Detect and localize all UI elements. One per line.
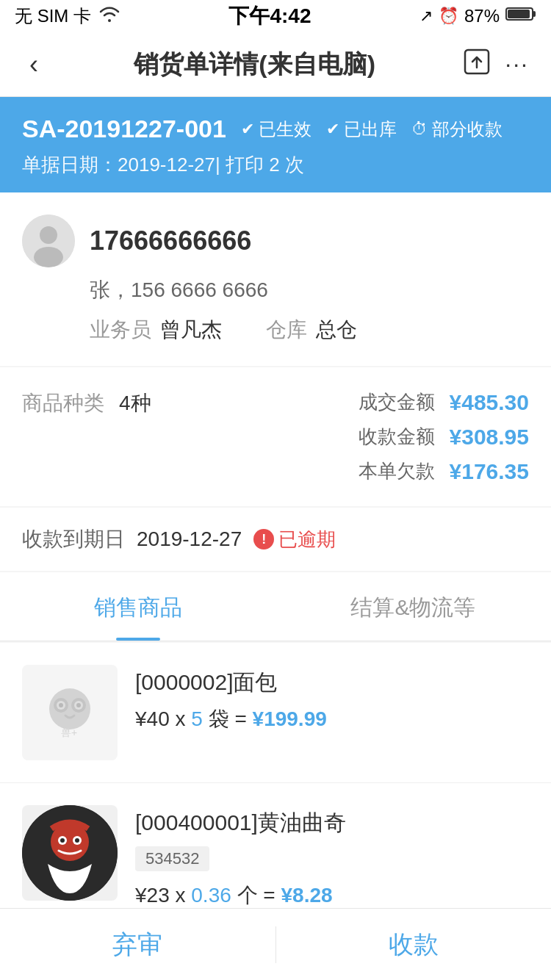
date-label: 单据日期： (22, 154, 118, 176)
header-date: 单据日期：2019-12-27| 打印 2 次 (22, 152, 529, 178)
price-equals-2: = (263, 884, 281, 907)
badge-activated: ✔ 已生效 (241, 118, 311, 141)
price-total: ¥199.99 (253, 707, 327, 730)
svg-rect-2 (508, 10, 530, 18)
due-label: 收款到期日 (22, 525, 125, 553)
payment-amount-row: 收款金额 ¥308.95 (359, 424, 529, 450)
price-qty: 5 (191, 707, 203, 730)
customer-id: 17666666666 (90, 226, 251, 256)
print-info: | 打印 2 次 (215, 154, 304, 176)
product-price-2: ¥23 x 0.36 个 = ¥8.28 (135, 882, 529, 909)
product-list: 兽+ [0000002]面包 ¥40 x 5 袋 = ¥199.99 (0, 643, 551, 932)
status-time: 下午4:42 (228, 2, 311, 30)
product-type-value: 4种 (119, 389, 151, 417)
price-base: ¥40 (135, 707, 170, 730)
warehouse-value: 总仓 (316, 316, 357, 344)
product-sku: 534532 (135, 846, 209, 871)
deal-amount-row: 成交金额 ¥485.30 (359, 389, 529, 415)
tabs: 销售商品 结算&物流等 (0, 572, 551, 641)
overdue-dot-icon: ! (253, 529, 274, 550)
cancel-audit-button[interactable]: 弃审 (0, 928, 276, 962)
list-item: 兽+ [0000002]面包 ¥40 x 5 袋 = ¥199.99 (0, 643, 551, 783)
warehouse-meta: 仓库 总仓 (266, 316, 357, 344)
svg-rect-1 (533, 11, 536, 17)
sales-value: 曾凡杰 (160, 316, 222, 344)
warehouse-label: 仓库 (266, 316, 307, 344)
product-info-2: [000400001]黄油曲奇 534532 ¥23 x 0.36 个 = ¥8… (135, 805, 529, 909)
product-thumbnail: 兽+ (22, 665, 118, 760)
product-image-ninja (22, 805, 118, 901)
customer-meta: 业务员 曾凡杰 仓库 总仓 (90, 316, 529, 344)
battery-icon (505, 6, 536, 26)
share-button[interactable] (464, 48, 490, 81)
product-info: [0000002]面包 ¥40 x 5 袋 = ¥199.99 (135, 665, 529, 733)
carrier-text: 无 SIM 卡 (15, 4, 91, 28)
svg-text:兽+: 兽+ (61, 727, 77, 738)
status-bar: 无 SIM 卡 下午4:42 ↗ ⏰ 87% (0, 0, 551, 32)
price-unit-2: 个 (237, 884, 258, 907)
more-button[interactable]: ··· (505, 51, 529, 78)
wifi-icon (98, 6, 120, 26)
deal-amount-value: ¥485.30 (450, 390, 529, 415)
bottom-bar: 弃审 收款 (0, 908, 551, 980)
status-right: ↗ ⏰ 87% (419, 6, 536, 26)
check-icon: ✔ (241, 120, 254, 139)
location-icon: ↗ (419, 7, 433, 26)
product-price: ¥40 x 5 袋 = ¥199.99 (135, 705, 529, 733)
summary-grid: 商品种类 4种 成交金额 ¥485.30 收款金额 ¥308.95 本单欠款 ¥… (22, 389, 529, 484)
battery-text: 87% (464, 6, 500, 26)
price-unit: 袋 (209, 707, 229, 730)
tab-products[interactable]: 销售商品 (0, 572, 276, 641)
clock-icon: ⏱ (411, 120, 428, 139)
product-name: [0000002]面包 (135, 668, 529, 698)
status-left: 无 SIM 卡 (15, 4, 120, 28)
payment-button[interactable]: 收款 (276, 928, 552, 962)
svg-point-20 (60, 838, 65, 843)
payment-amount-value: ¥308.95 (450, 425, 529, 450)
deal-amount-label: 成交金额 (359, 389, 435, 415)
product-type-item: 商品种类 4种 (22, 389, 151, 417)
customer-contact: 张，156 6666 6666 (90, 276, 529, 304)
customer-row: 17666666666 (22, 215, 529, 267)
avatar (22, 215, 75, 267)
tab-settlement[interactable]: 结算&物流等 (276, 572, 551, 641)
due-section: 收款到期日 2019-12-27 ! 已逾期 (0, 508, 551, 571)
badge-shipped: ✔ 已出库 (326, 118, 397, 141)
nav-actions: ··· (464, 48, 529, 81)
order-id: SA-20191227-001 (22, 115, 226, 143)
date-value: 2019-12-27 (118, 154, 215, 176)
svg-point-21 (75, 838, 79, 843)
svg-point-7 (34, 247, 63, 267)
svg-point-6 (40, 226, 57, 244)
header-banner: SA-20191227-001 ✔ 已生效 ✔ 已出库 ⏱ 部分收款 单据日期：… (0, 97, 551, 192)
overdue-badge: ! 已逾期 (253, 527, 336, 552)
sales-label: 业务员 (90, 316, 151, 344)
sales-meta: 业务员 曾凡杰 (90, 316, 222, 344)
check-icon-2: ✔ (326, 120, 339, 139)
order-id-row: SA-20191227-001 ✔ 已生效 ✔ 已出库 ⏱ 部分收款 (22, 115, 529, 143)
price-multiplier: x (176, 707, 192, 730)
summary-left: 商品种类 4种 (22, 389, 151, 417)
svg-point-13 (59, 703, 63, 707)
alarm-icon: ⏰ (439, 7, 458, 26)
payment-amount-label: 收款金额 (359, 424, 435, 450)
svg-point-14 (76, 703, 81, 707)
price-equals: = (234, 707, 252, 730)
overdue-text: 已逾期 (278, 527, 336, 552)
summary-section: 商品种类 4种 成交金额 ¥485.30 收款金额 ¥308.95 本单欠款 ¥… (0, 367, 551, 506)
summary-right: 成交金额 ¥485.30 收款金额 ¥308.95 本单欠款 ¥176.35 (359, 389, 529, 484)
back-button[interactable]: ‹ (22, 42, 46, 87)
debt-amount-row: 本单欠款 ¥176.35 (359, 458, 529, 484)
debt-amount-value: ¥176.35 (450, 459, 529, 484)
badge-partial: ⏱ 部分收款 (411, 118, 503, 141)
product-name-2: [000400001]黄油曲奇 (135, 808, 529, 838)
price-qty-2: 0.36 (191, 884, 231, 907)
due-date: 2019-12-27 (137, 527, 242, 551)
customer-section: 17666666666 张，156 6666 6666 业务员 曾凡杰 仓库 总… (0, 192, 551, 366)
price-total-2: ¥8.28 (281, 884, 332, 907)
price-base-2: ¥23 (135, 884, 170, 907)
product-type-label: 商品种类 (22, 389, 104, 417)
product-thumbnail-2 (22, 805, 118, 901)
page-title: 销货单详情(来自电脑) (46, 48, 464, 82)
debt-amount-label: 本单欠款 (359, 458, 435, 484)
